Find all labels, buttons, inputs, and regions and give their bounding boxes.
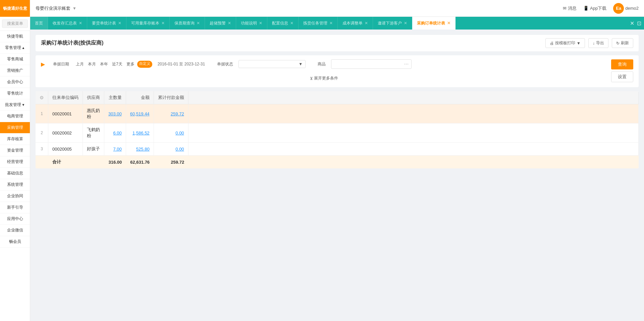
tab-picking-task-close[interactable]: ✕ xyxy=(329,21,333,25)
tab-receive-send-close[interactable]: ✕ xyxy=(79,21,82,25)
sidebar-item-operation[interactable]: 经营管理 xyxy=(0,156,30,168)
tab-config-info-label: 配置信息 xyxy=(272,20,288,26)
filter-collapse-button[interactable]: ▶ xyxy=(41,61,45,67)
footer-empty-3 xyxy=(188,156,638,169)
sidebar-item-retail-stat[interactable]: 零售统计 xyxy=(0,88,30,99)
export-button[interactable]: ↓ 导出 xyxy=(588,38,608,48)
store-selector[interactable]: 母婴行业演示账套 ▼ xyxy=(36,5,76,11)
tab-function-desc[interactable]: 功能说明 ✕ xyxy=(236,17,267,30)
shortcut-7days[interactable]: 近7天 xyxy=(111,61,124,68)
sidebar-item-app-center[interactable]: 应用中心 xyxy=(0,213,30,225)
sidebar-item-retail[interactable]: 零售管理 ▲ xyxy=(0,42,30,54)
expand-more-button[interactable]: ⊻ 展开更多条件 xyxy=(310,73,338,83)
shortcut-last-month[interactable]: 上月 xyxy=(74,61,85,68)
shortcut-more[interactable]: 更多 xyxy=(125,61,136,68)
tab-order-stat-close[interactable]: ✕ xyxy=(118,21,121,25)
page-title: 采购订单统计表(按供应商) xyxy=(41,40,104,47)
sidebar-item-purchase[interactable]: 采购管理 xyxy=(0,122,30,133)
amount[interactable]: 60,519.44 xyxy=(126,104,154,123)
sidebar-item-quick-nav[interactable]: 快捷导航 xyxy=(0,31,30,42)
status-select[interactable]: ▼ xyxy=(238,60,306,68)
header-right: ✉ 消息 📱 App下载 Ea demo2 xyxy=(563,3,639,14)
tab-function-desc-close[interactable]: ✕ xyxy=(259,21,262,25)
table-row[interactable]: 3 00020005 好孩子 7.00 525.80 0.00 xyxy=(36,143,639,156)
tab-receive-send[interactable]: 收发存汇总表 ✕ xyxy=(48,17,87,30)
tab-expiry-check[interactable]: 保质期查询 ✕ xyxy=(170,17,205,30)
tab-purchase-order-stat[interactable]: 采购订单统计表 ✕ xyxy=(412,17,455,30)
col-settings-header[interactable]: ⚙ xyxy=(36,91,48,104)
sidebar-item-wechat[interactable]: 企业微信 xyxy=(0,225,30,236)
shortcut-this-year[interactable]: 本年 xyxy=(99,61,109,68)
table-row[interactable]: 2 00020002 飞鹤奶粉 6.00 1,586.52 0.00 xyxy=(36,123,639,143)
tab-available-stock[interactable]: 可用量库存账本 ✕ xyxy=(126,17,170,30)
query-button[interactable]: 查询 xyxy=(611,59,633,69)
user-menu[interactable]: Ea demo2 xyxy=(613,3,639,14)
sidebar-item-finance[interactable]: 资金管理 xyxy=(0,145,30,156)
message-icon: ✉ xyxy=(563,6,567,11)
filter-panel: ▶ 单据日期 上月 本月 本年 近7天 更多 自定义 2016-01-01 至 … xyxy=(36,55,639,87)
main-qty[interactable]: 7.00 xyxy=(104,143,126,156)
store-name: 母婴行业演示账套 xyxy=(36,5,70,11)
sidebar-item-wholesale[interactable]: 批发管理 ▼ xyxy=(0,99,30,111)
tab-invite-downstream-close[interactable]: ✕ xyxy=(404,21,407,25)
tab-overstock-alert[interactable]: 超储预警 ✕ xyxy=(205,17,236,30)
tab-picking-task[interactable]: 拣货任务管理 ✕ xyxy=(299,17,338,30)
shortcut-this-month[interactable]: 本月 xyxy=(87,61,97,68)
tab-cost-adjust[interactable]: 成本调整单 ✕ xyxy=(338,17,373,30)
sidebar-item-guide[interactable]: 新手引导 xyxy=(0,202,30,213)
tab-order-stat-label: 要货单统计表 xyxy=(92,20,116,26)
tab-close-all-button[interactable]: ✕ xyxy=(630,20,634,26)
tab-available-stock-close[interactable]: ✕ xyxy=(161,21,165,25)
goods-filter-label: 商品 xyxy=(318,61,326,67)
amount[interactable]: 1,586.52 xyxy=(126,123,154,143)
sidebar-item-basic[interactable]: 基础信息 xyxy=(0,168,30,179)
col-amount-header: 金额 xyxy=(126,91,154,104)
cumulative-payment[interactable]: 0.00 xyxy=(154,143,188,156)
tab-config-info-close[interactable]: ✕ xyxy=(290,21,293,25)
sidebar-item-member[interactable]: 会员中心 xyxy=(0,76,30,88)
cumulative-payment[interactable]: 0.00 xyxy=(154,123,188,143)
search-input[interactable]: 搜索菜单 xyxy=(2,19,28,28)
chevron-down-icon: ⊻ xyxy=(310,76,313,81)
filter-actions: 查询 设置 xyxy=(611,59,633,82)
message-button[interactable]: ✉ 消息 xyxy=(563,5,577,11)
table-row[interactable]: 1 00020001 惠氏奶粉 303.00 60,519.44 259.72 xyxy=(36,104,639,123)
sidebar-item-inventory[interactable]: 库存核算 xyxy=(0,133,30,145)
sidebar-search-area[interactable]: 搜索菜单 xyxy=(0,17,30,31)
tab-home-label: 首页 xyxy=(35,20,43,26)
tab-cost-adjust-close[interactable]: ✕ xyxy=(365,21,368,25)
refresh-button[interactable]: ↻ 刷新 xyxy=(612,38,633,48)
tab-order-stat[interactable]: 要货单统计表 ✕ xyxy=(87,17,126,30)
tab-config-info[interactable]: 配置信息 ✕ xyxy=(267,17,299,30)
sidebar-item-vip[interactable]: 畅会员 xyxy=(0,236,30,248)
tab-purchase-order-stat-close[interactable]: ✕ xyxy=(447,21,450,25)
goods-input[interactable]: ··· xyxy=(331,59,412,69)
cumulative-payment[interactable]: 259.72 xyxy=(154,104,188,123)
tab-overstock-alert-close[interactable]: ✕ xyxy=(228,21,231,25)
sidebar-item-retail-mall[interactable]: 零售商城 xyxy=(0,54,30,65)
amount[interactable]: 525.80 xyxy=(126,143,154,156)
print-button[interactable]: 🖨 按模板打印 ▼ xyxy=(545,38,585,48)
sidebar: 畅捷通好生意 搜索菜单 快捷导航 零售管理 ▲ 零售商城 营销推广 会员中心 零… xyxy=(0,0,30,321)
sidebar-item-marketing[interactable]: 营销推广 xyxy=(0,65,30,76)
tab-invite-downstream[interactable]: 邀请下游客户 ✕ xyxy=(373,17,412,30)
main-qty[interactable]: 6.00 xyxy=(104,123,126,143)
refresh-icon: ↻ xyxy=(616,41,620,46)
settings-gear-icon[interactable]: ⚙ xyxy=(40,95,44,100)
tab-home[interactable]: 首页 xyxy=(30,17,48,30)
row-extra xyxy=(188,123,638,143)
main-qty[interactable]: 303.00 xyxy=(104,104,126,123)
settings-button[interactable]: 设置 xyxy=(611,71,633,82)
supplier: 飞鹤奶粉 xyxy=(83,123,104,143)
sidebar-item-collab[interactable]: 企业协同 xyxy=(0,191,30,202)
tab-maximize-button[interactable]: ⊡ xyxy=(637,20,641,26)
goods-more-button[interactable]: ··· xyxy=(404,61,409,67)
app-download-button[interactable]: 📱 App下载 xyxy=(583,5,606,11)
tab-expiry-check-close[interactable]: ✕ xyxy=(197,21,200,25)
tab-invite-downstream-label: 邀请下游客户 xyxy=(378,20,402,26)
custom-date-tag[interactable]: 自定义 xyxy=(137,61,152,68)
footer-empty-2 xyxy=(83,156,104,169)
sidebar-item-system[interactable]: 系统管理 xyxy=(0,179,30,191)
sidebar-item-ecommerce[interactable]: 电商管理 xyxy=(0,111,30,122)
page-title-bar: 采购订单统计表(按供应商) 🖨 按模板打印 ▼ ↓ 导出 ↻ 刷新 xyxy=(36,35,639,51)
